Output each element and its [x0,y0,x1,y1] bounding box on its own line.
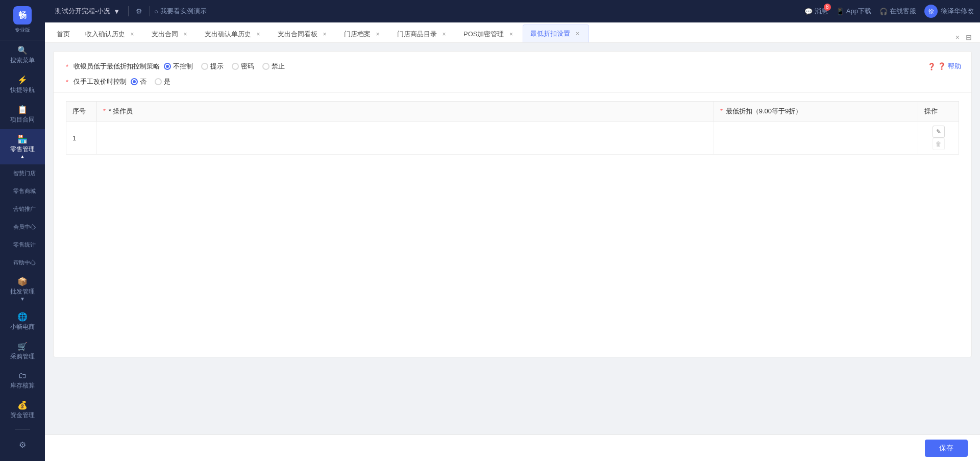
form-section: ❓ ❓ 帮助 * 收银员低于最低折扣控制策略 不控制 提示 [54,52,971,93]
project-icon: 📋 [17,105,28,114]
sidebar-item-inventory[interactable]: 🗂 库存核算 [0,366,45,395]
online-service-label: 在线客服 [890,7,916,16]
message-badge: 8 [824,4,831,11]
close-tab-button[interactable]: × [953,32,962,42]
radio-forbid[interactable]: 禁止 [262,62,285,71]
tab-label: 最低折扣设置 [530,29,570,38]
logo-text: 专业版 [15,27,30,34]
sidebar-item-marketing[interactable]: 营销推广 [0,200,45,218]
sidebar-item-settings[interactable]: ⚙ [17,436,28,455]
save-button[interactable]: 保存 [925,440,968,457]
tab-close-icon[interactable]: × [128,30,136,38]
tab-pay-confirm[interactable]: 支出确认单历史 × [197,25,270,43]
expand-tabs-button[interactable]: ⊟ [964,32,974,42]
radio-password[interactable]: 密码 [232,62,254,71]
tab-min-discount[interactable]: 最低折扣设置 × [523,25,589,43]
tab-end-buttons: × ⊟ [951,32,976,42]
sidebar-item-retail-mall[interactable]: 零售商城 [0,182,45,200]
logo-icon: 畅 [13,6,32,25]
tab-pos-pwd[interactable]: POS加密管理 × [456,25,523,43]
sidebar-item-finance[interactable]: 💰 资金管理 [0,395,45,425]
field1-label: 收银员低于最低折扣控制策略 [74,62,160,71]
radio-label: 是 [164,77,170,86]
demo-label: 我要看实例演示 [160,7,207,16]
sidebar-item-ledger[interactable]: 📒 总账管理 [0,425,45,429]
sidebar-bottom: ⚙ [15,429,30,461]
topbar: 测试分开完程-小况 ▼ ⚙ ○ 我要看实例演示 💬 消息 8 📱 App下载 🎧… [45,0,980,22]
sidebar-item-wholesale[interactable]: 📦 批发管理 ▼ [0,272,45,307]
main-area: 测试分开完程-小况 ▼ ⚙ ○ 我要看实例演示 💬 消息 8 📱 App下载 🎧… [45,0,980,461]
chevron-down-icon: ▼ [20,296,25,302]
sidebar-item-label: 帮助中心 [13,259,36,266]
chevron-down-icon: ▼ [113,8,120,15]
cell-action: ✎ 🗑 [918,122,959,155]
radio-label: 禁止 [272,62,285,71]
table-header-row: 序号 * * 操作员 * 最低折扣（9.00等于9折） 操作 [66,102,959,122]
help-button[interactable]: ❓ ❓ 帮助 [927,62,961,71]
sidebar-item-label: 零售管理 [10,145,35,154]
tab-home[interactable]: 首页 [49,25,78,43]
online-service-button[interactable]: 🎧 在线客服 [879,7,916,16]
radio-remind[interactable]: 提示 [201,62,224,71]
tab-close-icon[interactable]: × [440,30,448,38]
required-indicator: * [66,78,68,86]
tab-close-icon[interactable]: × [181,30,189,38]
tab-close-icon[interactable]: × [374,30,382,38]
sidebar-item-retail-stat[interactable]: 零售统计 [0,236,45,254]
topbar-divider2 [150,6,150,16]
tab-close-icon[interactable]: × [573,30,581,38]
radio-circle [164,63,171,70]
sidebar-item-member[interactable]: 会员中心 [0,218,45,236]
tab-close-icon[interactable]: × [507,30,515,38]
tab-store-goods[interactable]: 门店商品目录 × [389,25,456,43]
sidebar-item-label: 营销推广 [13,205,36,213]
col-header-operator: * * 操作员 [97,102,714,122]
manual-control-radio-group: 否 是 [131,77,170,86]
radio-no-control[interactable]: 不控制 [164,62,193,71]
cell-operator [97,122,714,155]
demo-button[interactable]: ○ 我要看实例演示 [154,7,207,16]
app-download-button[interactable]: 📱 App下载 [836,7,871,16]
tab-pay-contract[interactable]: 支出合同 × [144,25,197,43]
tab-close-icon[interactable]: × [321,30,329,38]
sidebar-item-label: 库存核算 [10,381,35,390]
ecom-icon: 🌐 [17,312,28,322]
control-strategy-radio-group: 不控制 提示 密码 禁止 [164,62,285,71]
chevron-up-icon: ▲ [20,154,25,159]
sidebar-item-search[interactable]: 🔍 搜索菜单 [0,40,45,70]
message-button[interactable]: 💬 消息 8 [804,7,828,16]
project-name: 测试分开完程-小况 [55,7,110,16]
delete-row-button[interactable]: 🗑 [933,138,945,150]
settings-button[interactable]: ⚙ [133,5,145,17]
discount-table: 序号 * * 操作员 * 最低折扣（9.00等于9折） 操作 1 [66,101,959,155]
user-menu[interactable]: 徐 徐泽华修改 [924,5,974,18]
sidebar-item-retail[interactable]: 🏪 零售管理 ▲ [0,129,45,164]
sidebar-item-purchase[interactable]: 🛒 采购管理 [0,336,45,366]
tab-pay-board[interactable]: 支出合同看板 × [270,25,336,43]
tab-close-icon[interactable]: × [254,30,262,38]
sidebar-item-label: 采购管理 [10,352,35,361]
sidebar-item-smart-store[interactable]: 智慧门店 [0,164,45,182]
tab-store-file[interactable]: 门店档案 × [336,25,389,43]
tab-label: POS加密管理 [463,30,504,39]
tab-income-confirm[interactable]: 收入确认历史 × [78,25,144,43]
radio-yes[interactable]: 是 [155,77,170,86]
tabbar: 首页 收入确认历史 × 支出合同 × 支出确认单历史 × 支出合同看板 × 门店… [45,22,980,43]
table-area: 序号 * * 操作员 * 最低折扣（9.00等于9折） 操作 1 [54,93,971,163]
sidebar-item-label: 会员中心 [13,223,36,231]
service-icon: 🎧 [879,8,888,15]
topbar-divider [128,6,129,16]
page-content: ❓ ❓ 帮助 * 收银员低于最低折扣控制策略 不控制 提示 [45,43,980,461]
sidebar-item-ecom[interactable]: 🌐 小畅电商 [0,307,45,336]
edit-row-button[interactable]: ✎ [933,126,945,138]
topbar-right: 💬 消息 8 📱 App下载 🎧 在线客服 徐 徐泽华修改 [804,5,974,18]
sidebar-item-shortcut[interactable]: ⚡ 快捷导航 [0,70,45,100]
radio-no[interactable]: 否 [131,77,146,86]
radio-label: 否 [140,77,146,86]
required-star: * [720,107,725,115]
download-icon: 📱 [836,8,844,15]
app-download-label: App下载 [846,7,871,16]
project-selector[interactable]: 测试分开完程-小况 ▼ [51,5,124,18]
sidebar-item-help[interactable]: 帮助中心 [0,254,45,272]
sidebar-item-project[interactable]: 📋 项目合同 [0,100,45,129]
